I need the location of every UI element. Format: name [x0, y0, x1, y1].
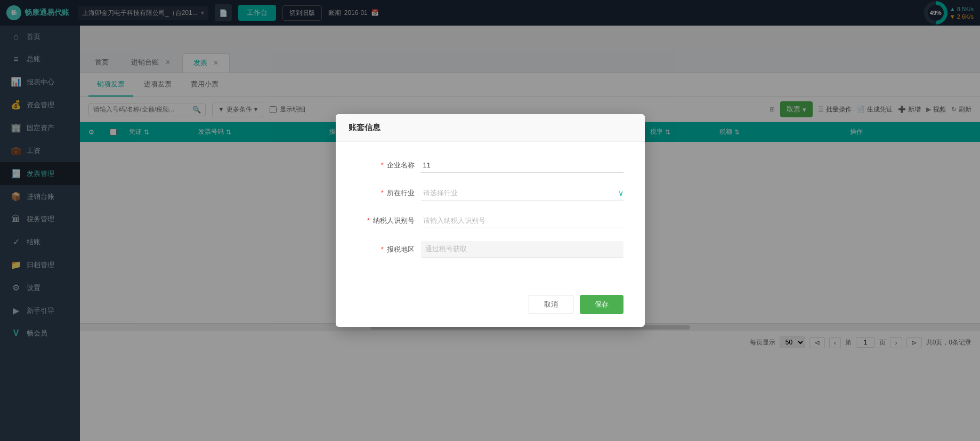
company-name-row: * 企业名称 — [357, 158, 623, 173]
industry-row: * 所在行业 请选择行业 ∨ — [357, 186, 623, 201]
tax-id-input[interactable] — [421, 213, 623, 228]
tax-region-row: * 报税地区 通过税号获取 — [357, 241, 623, 258]
cancel-button[interactable]: 取消 — [529, 295, 573, 314]
modal-overlay[interactable]: 账套信息 * 企业名称 * 所在行业 请选择行业 — [0, 0, 980, 441]
save-button[interactable]: 保存 — [580, 295, 623, 314]
dialog-footer: 取消 保存 — [336, 286, 645, 327]
tax-region-display: 通过税号获取 — [421, 241, 623, 258]
industry-select-wrapper: 请选择行业 ∨ — [421, 186, 623, 201]
tax-id-row: * 纳税人识别号 — [357, 213, 623, 228]
dialog-title: 账套信息 — [336, 114, 645, 142]
tax-id-label: * 纳税人识别号 — [357, 216, 421, 226]
tax-region-label: * 报税地区 — [357, 245, 421, 254]
industry-chevron-icon: ∨ — [618, 189, 623, 197]
account-info-dialog: 账套信息 * 企业名称 * 所在行业 请选择行业 — [336, 114, 645, 327]
company-name-input[interactable] — [421, 158, 623, 173]
industry-label: * 所在行业 — [357, 188, 421, 198]
dialog-body: * 企业名称 * 所在行业 请选择行业 ∨ — [336, 142, 645, 286]
company-name-label: * 企业名称 — [357, 161, 421, 170]
industry-select[interactable]: 请选择行业 — [421, 186, 618, 200]
